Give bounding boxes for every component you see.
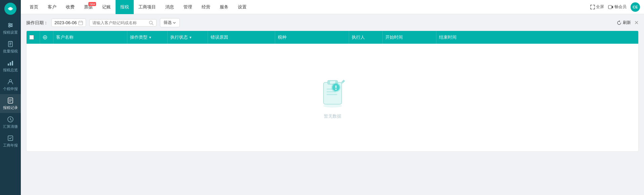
sidebar-item-piliangshuishui[interactable]: 批量报税 <box>0 38 21 56</box>
sidebar-item-label: 汇算清缴 <box>3 124 18 129</box>
search-box[interactable] <box>89 19 157 27</box>
page-body: 操作日期： 2023-06-06 筛选 <box>21 14 644 195</box>
search-icon <box>149 21 154 25</box>
svg-rect-10 <box>9 44 11 44</box>
table-body: 暂无数据 <box>27 44 638 151</box>
th-customer-name: 客户名称 <box>53 31 127 44</box>
logo[interactable] <box>4 3 16 15</box>
svg-point-7 <box>9 26 10 27</box>
svg-rect-9 <box>9 43 11 43</box>
toolbar: 操作日期： 2023-06-06 筛选 <box>26 18 639 27</box>
sidebar-item-label: 个税申报 <box>3 86 18 91</box>
nav-piaoju[interactable]: 票据 new <box>79 0 97 14</box>
overview-icon <box>7 59 14 67</box>
annual-report-icon <box>7 134 14 142</box>
th-tax-type: 税种 <box>275 31 349 44</box>
refresh-icon <box>617 21 621 25</box>
chevron-down-icon <box>173 21 176 25</box>
svg-rect-19 <box>608 5 612 9</box>
member-button[interactable]: 畅会员 <box>608 4 627 10</box>
sidebar-item-label: 报税总览 <box>3 68 18 73</box>
sidebar-item-baoshuishezhi[interactable]: 报税设置 <box>0 19 21 38</box>
filter-label: 筛选 <box>164 20 172 26</box>
svg-rect-33 <box>335 85 336 88</box>
th-start-time: 开始时间 <box>383 31 436 44</box>
svg-point-23 <box>44 37 46 38</box>
svg-point-6 <box>11 25 12 26</box>
data-table: 客户名称 操作类型 ▼ 执行状态 ▼ 错误原因 税种 <box>26 31 639 152</box>
svg-point-35 <box>323 104 342 108</box>
svg-point-5 <box>9 23 10 25</box>
sort-icon: ▼ <box>148 36 152 39</box>
sidebar-item-label: 工商年报 <box>3 143 18 148</box>
sidebar-item-gongshangnianba[interactable]: 工商年报 <box>0 132 21 151</box>
empty-text: 暂无数据 <box>324 113 341 119</box>
refresh-label: 刷新 <box>623 20 631 26</box>
th-execution-status[interactable]: 执行状态 ▼ <box>168 31 208 44</box>
sidebar-item-label: 报税记录 <box>3 105 18 110</box>
date-value: 2023-06-06 <box>54 20 77 25</box>
nav-home[interactable]: 首页 <box>25 0 43 14</box>
nav-customer[interactable]: 客户 <box>43 0 61 14</box>
svg-point-34 <box>335 89 337 90</box>
main-area: 首页 客户 收费 票据 new 记账 报税 工商项目 消息 管理 经营 <box>21 0 644 195</box>
content-area: 操作日期： 2023-06-06 筛选 <box>21 14 644 195</box>
th-end-time: 结束时间 <box>436 31 490 44</box>
settlement-icon <box>7 116 14 123</box>
nav-gongshang[interactable]: 工商项目 <box>134 0 161 14</box>
settings-icon <box>7 22 14 29</box>
svg-point-22 <box>43 36 47 39</box>
sidebar-item-label: 报税设置 <box>3 30 18 35</box>
sidebar-item-huisuanqingcheng[interactable]: 汇算清缴 <box>0 113 21 132</box>
fullscreen-icon <box>590 5 595 9</box>
nav-guanli[interactable]: 管理 <box>179 0 197 14</box>
fullscreen-button[interactable]: 全屏 <box>590 4 604 10</box>
svg-rect-20 <box>79 21 83 25</box>
filter-button[interactable]: 筛选 <box>160 18 180 27</box>
date-picker[interactable]: 2023-06-06 <box>51 18 86 27</box>
new-badge: new <box>88 2 96 6</box>
refresh-button[interactable]: 刷新 <box>617 20 631 26</box>
nav-shoufei[interactable]: 收费 <box>61 0 79 14</box>
nav-xiaoxi[interactable]: 消息 <box>161 0 179 14</box>
search-input[interactable] <box>92 21 147 25</box>
video-icon <box>608 4 613 10</box>
sidebar: 报税设置 批量报税 报税总览 <box>0 0 21 195</box>
toolbar-right: 刷新 ✕ <box>617 20 639 26</box>
topnav-right: 全屏 畅会员 CE <box>590 2 640 12</box>
sidebar-item-baoshuizonglan[interactable]: 报税总览 <box>0 56 21 75</box>
sidebar-item-label: 批量报税 <box>3 49 18 54</box>
sidebar-item-geshuishenbao[interactable]: 个税申报 <box>0 75 21 94</box>
th-settings[interactable] <box>40 31 53 44</box>
th-operation-type[interactable]: 操作类型 ▼ <box>127 31 168 44</box>
column-settings-icon <box>43 35 47 40</box>
nav-jingying[interactable]: 经营 <box>197 0 215 14</box>
svg-rect-12 <box>8 64 9 66</box>
nav-shezhi[interactable]: 设置 <box>233 0 251 14</box>
th-error-reason: 错误原因 <box>208 31 275 44</box>
th-checkbox[interactable] <box>27 31 40 44</box>
member-label: 畅会员 <box>614 4 627 10</box>
nav-jizhang[interactable]: 记账 <box>97 0 116 14</box>
sort-icon: ▼ <box>189 36 192 39</box>
close-button[interactable]: ✕ <box>634 20 639 26</box>
user-avatar[interactable]: CE <box>631 2 640 12</box>
svg-point-1 <box>9 7 12 10</box>
select-all-checkbox[interactable] <box>29 35 34 40</box>
svg-point-21 <box>149 21 152 24</box>
svg-rect-11 <box>9 45 11 45</box>
fullscreen-label: 全屏 <box>596 4 604 10</box>
nav-baoshui[interactable]: 报税 <box>116 0 134 14</box>
th-executor: 执行人 <box>349 31 383 44</box>
nav-fuwu[interactable]: 服务 <box>215 0 233 14</box>
personal-tax-icon <box>7 78 14 85</box>
batch-tax-icon <box>7 40 14 48</box>
calendar-icon <box>78 21 83 25</box>
empty-illustration-svg <box>317 76 348 109</box>
svg-rect-14 <box>12 61 13 66</box>
svg-rect-13 <box>10 62 11 66</box>
tax-record-icon <box>7 97 14 104</box>
svg-rect-29 <box>327 94 337 95</box>
sidebar-item-baoshujilu[interactable]: 报税记录 <box>0 94 21 113</box>
table-header: 客户名称 操作类型 ▼ 执行状态 ▼ 错误原因 税种 <box>27 31 638 44</box>
